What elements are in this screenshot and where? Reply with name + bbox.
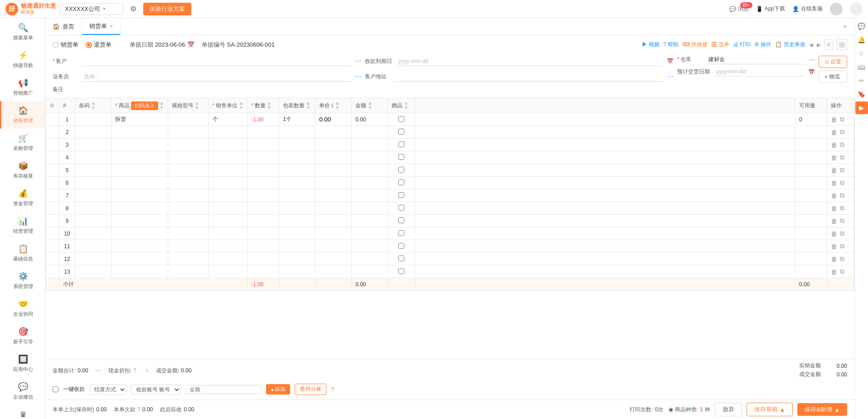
message-button[interactable]: 💬 消息 99+: [729, 5, 749, 13]
radio-sales[interactable]: 销货单: [53, 41, 78, 49]
cash-discount-help[interactable]: ?: [133, 367, 136, 374]
delete-icon[interactable]: 🗑: [831, 154, 837, 161]
copy-icon[interactable]: ⧉: [840, 116, 844, 123]
warehouse-input[interactable]: [706, 55, 805, 64]
online-service-button[interactable]: 👤 在线客服: [792, 5, 823, 13]
sidebar-item-sales[interactable]: 🏠 销售管理: [0, 101, 45, 129]
avatar[interactable]: [830, 3, 843, 15]
salesperson-dots[interactable]: ···: [355, 72, 361, 81]
sidebar-item-apps[interactable]: 🔲 应用中心: [0, 350, 45, 377]
sidebar-item-operations[interactable]: 📊 经营管理: [0, 212, 45, 239]
row-barcode-cell[interactable]: [75, 113, 112, 126]
delete-icon[interactable]: 🗑: [831, 179, 837, 187]
customer-addr-dots[interactable]: ···: [668, 72, 674, 81]
copy-icon[interactable]: ⧉: [840, 141, 844, 149]
sidebar-item-marketing[interactable]: 📢 营销推广: [0, 73, 45, 101]
amount-sort-icon[interactable]: ▲▼: [368, 101, 372, 110]
sidebar-item-enterprise[interactable]: 🤝 企业协同: [0, 294, 45, 322]
trial-button[interactable]: 体验行业方案: [143, 3, 191, 15]
rp-comment-icon[interactable]: 💬: [855, 20, 868, 33]
gift-checkbox[interactable]: [398, 179, 404, 185]
spec-input[interactable]: [172, 116, 205, 123]
gift-checkbox[interactable]: [398, 230, 404, 236]
th-settings[interactable]: ⚙: [46, 98, 59, 113]
scan-button[interactable]: 扫码录入: [131, 101, 158, 110]
company-selector[interactable]: XXXXXX公司 ▼: [60, 3, 123, 15]
copy-icon[interactable]: ⧉: [840, 255, 844, 263]
view-grid-icon[interactable]: ⊞: [837, 39, 847, 50]
copy-icon[interactable]: ⧉: [840, 192, 844, 199]
spec-sort-icon[interactable]: ▲▼: [195, 101, 199, 110]
sidebar-item-guide[interactable]: 🎯 新手引导: [0, 322, 45, 350]
save-draft-button[interactable]: 保存草稿 ▲: [747, 403, 793, 416]
price-info-icon[interactable]: ℹ: [331, 102, 334, 109]
nav-next-icon[interactable]: ▶: [817, 42, 821, 48]
row-spec-cell[interactable]: [168, 113, 209, 126]
rp-orange-icon[interactable]: ▶: [855, 101, 868, 114]
fee-help-icon[interactable]: ?: [331, 386, 334, 393]
tab-home[interactable]: 🏠 首页: [45, 18, 82, 35]
tab-close-icon[interactable]: ×: [110, 23, 113, 29]
sidebar-item-member[interactable]: ♛ 畅会员: [0, 405, 45, 419]
price-sort-icon[interactable]: ▲▼: [335, 101, 339, 110]
settings-icon-btn[interactable]: ⚙: [127, 3, 140, 15]
tab-sales-order[interactable]: 销货单 ×: [82, 18, 121, 35]
history-link[interactable]: 📋 历史单据: [775, 41, 805, 48]
delete-icon[interactable]: 🗑: [831, 167, 837, 174]
copy-icon[interactable]: ⧉: [840, 154, 844, 161]
delete-icon[interactable]: 🗑: [831, 243, 837, 250]
discard-button[interactable]: 放弃: [715, 403, 742, 416]
customer-dots[interactable]: ···: [355, 57, 361, 65]
delete-icon[interactable]: 🗑: [831, 141, 837, 149]
barcode-input[interactable]: [79, 116, 107, 123]
gift-sort-icon[interactable]: ▲▼: [404, 101, 408, 110]
view-list-icon[interactable]: ≡: [824, 39, 833, 50]
delete-icon[interactable]: 🗑: [831, 129, 837, 136]
copy-icon[interactable]: ⧉: [840, 230, 844, 237]
salesperson-input[interactable]: [81, 72, 352, 82]
pkgqty-sort-icon[interactable]: ▲▼: [306, 101, 310, 110]
nav-prev-icon[interactable]: ◀: [809, 42, 813, 48]
delivery-date-calendar-icon[interactable]: 📅: [808, 69, 815, 75]
settings-button[interactable]: ⊙ 设置: [819, 56, 847, 68]
shortcut-link[interactable]: ⌨ 快捷键: [682, 41, 708, 48]
gift-checkbox[interactable]: [398, 167, 404, 173]
fee-button[interactable]: 费用分摊: [295, 384, 326, 395]
payment-due-input[interactable]: [396, 57, 663, 66]
payment-method-select[interactable]: 结算方式: [89, 385, 126, 395]
delete-icon[interactable]: 🗑: [831, 217, 837, 225]
copy-icon[interactable]: ⧉: [840, 204, 844, 212]
gift-checkbox[interactable]: [398, 154, 404, 160]
gift-checkbox[interactable]: [398, 217, 404, 223]
gift-checkbox[interactable]: [398, 243, 404, 249]
gift-checkbox[interactable]: [398, 205, 404, 211]
copy-icon[interactable]: ⧉: [840, 268, 844, 275]
delete-icon[interactable]: 🗑: [831, 268, 837, 275]
rp-bookmark-icon[interactable]: 🔖: [855, 88, 868, 101]
logistics-button[interactable]: + 物流: [819, 71, 847, 83]
rp-book-icon[interactable]: 📖: [855, 61, 868, 73]
copy-icon[interactable]: ⧉: [840, 242, 844, 250]
one-click-payment-checkbox[interactable]: [53, 386, 58, 392]
gift-checkbox[interactable]: [398, 255, 404, 261]
copy-icon[interactable]: ⧉: [840, 166, 844, 174]
delete-icon[interactable]: 🗑: [831, 192, 837, 199]
sidebar-item-wechat[interactable]: 💬 企业微信: [0, 377, 45, 405]
customer-input[interactable]: [81, 57, 352, 66]
avatar2[interactable]: [850, 3, 863, 15]
rp-star-icon[interactable]: ☆: [855, 47, 868, 60]
gift-checkbox[interactable]: [398, 141, 404, 147]
operation-link[interactable]: ⚙ 操作: [754, 41, 771, 48]
row-price-cell[interactable]: [315, 113, 352, 126]
print-link[interactable]: 🖨 打印: [733, 41, 751, 48]
add-button[interactable]: ● 添加: [266, 384, 290, 395]
amount-input[interactable]: [185, 385, 262, 394]
sidebar-item-basics[interactable]: 📋 基础信息: [0, 239, 45, 267]
delete-icon[interactable]: 🗑: [831, 116, 837, 123]
delivery-date-input[interactable]: [713, 67, 805, 77]
copy-icon[interactable]: ⧉: [840, 128, 844, 136]
gear-icon[interactable]: ⚙: [49, 102, 54, 109]
rp-bell-icon[interactable]: 🔔: [855, 34, 868, 46]
delete-icon[interactable]: 🗑: [831, 205, 837, 212]
qty-sort-icon[interactable]: ▲▼: [267, 101, 272, 110]
